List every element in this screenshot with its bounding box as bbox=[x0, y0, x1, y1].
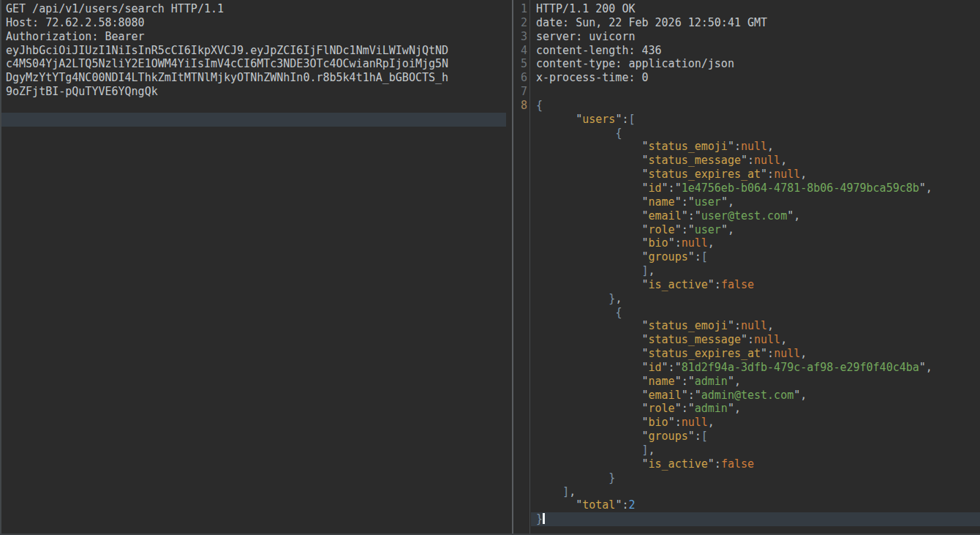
line-number bbox=[513, 471, 527, 485]
line-number bbox=[513, 154, 527, 168]
line-number: 3 bbox=[513, 30, 527, 44]
line-number: 4 bbox=[513, 44, 527, 58]
response-line: { bbox=[513, 127, 980, 141]
line-number bbox=[513, 278, 527, 292]
line-number: 6 bbox=[513, 71, 527, 85]
request-line: c4MS04YjA2LTQ5NzliY2E1OWM4YiIsImV4cCI6MT… bbox=[1, 57, 506, 71]
response-line: ], bbox=[513, 264, 980, 278]
line-number bbox=[513, 498, 527, 512]
line-number bbox=[513, 333, 527, 347]
response-viewer[interactable]: 1HTTP/1.1 200 OK2date: Sun, 22 Feb 2026 … bbox=[513, 2, 980, 526]
response-line: "role":"admin", bbox=[513, 402, 980, 416]
text-cursor bbox=[543, 513, 545, 524]
response-line: "status_message":null, bbox=[513, 154, 980, 168]
response-line: "status_emoji":null, bbox=[513, 140, 980, 154]
line-number bbox=[513, 209, 527, 223]
response-line: }, bbox=[513, 292, 980, 306]
line-number bbox=[513, 512, 527, 526]
response-line: ], bbox=[513, 485, 980, 499]
line-number bbox=[513, 416, 527, 430]
request-line: Host: 72.62.2.58:8080 bbox=[1, 16, 506, 30]
response-line: "id":"1e4756eb-b064-4781-8b06-4979bca59c… bbox=[513, 182, 980, 195]
line-number bbox=[513, 113, 527, 127]
response-line: 3server: uvicorn bbox=[513, 30, 980, 44]
line-number bbox=[513, 306, 527, 320]
line-number bbox=[513, 319, 527, 333]
response-line: 8{ bbox=[513, 99, 980, 113]
response-line: "id":"81d2f94a-3dfb-479c-af98-e29f0f40c4… bbox=[513, 361, 980, 375]
line-number: 8 bbox=[513, 99, 527, 113]
line-number bbox=[513, 140, 527, 154]
response-line: 2date: Sun, 22 Feb 2026 12:50:41 GMT bbox=[513, 16, 980, 30]
response-line: "bio":null, bbox=[513, 416, 980, 430]
response-line: "name":"user", bbox=[513, 195, 980, 209]
response-line: 5content-type: application/json bbox=[513, 57, 980, 71]
request-editor[interactable]: GET /api/v1/users/search HTTP/1.1Host: 7… bbox=[1, 2, 506, 127]
line-number bbox=[513, 168, 527, 182]
http-client-window: GET /api/v1/users/search HTTP/1.1Host: 7… bbox=[0, 0, 980, 535]
line-number bbox=[513, 444, 527, 457]
line-number bbox=[513, 236, 527, 250]
response-line: "status_expires_at":null, bbox=[513, 347, 980, 361]
response-line: "role":"user", bbox=[513, 223, 980, 237]
response-line: "name":"admin", bbox=[513, 375, 980, 389]
line-number: 7 bbox=[513, 85, 527, 99]
line-number bbox=[513, 195, 527, 209]
response-line: "users":[ bbox=[513, 113, 980, 127]
response-line: "email":"user@test.com", bbox=[513, 209, 980, 223]
line-number: 1 bbox=[513, 2, 527, 16]
request-line: DgyMzYtYTg4NC00NDI4LThkZmItMTNlMjkyOTNhZ… bbox=[1, 71, 506, 85]
line-number bbox=[513, 182, 527, 195]
line-number bbox=[513, 375, 527, 389]
line-number bbox=[513, 402, 527, 416]
response-line: { bbox=[513, 306, 980, 320]
response-line: "groups":[ bbox=[513, 430, 980, 444]
line-number bbox=[513, 361, 527, 375]
line-number bbox=[513, 292, 527, 306]
line-number bbox=[513, 457, 527, 471]
response-line: "is_active":false bbox=[513, 278, 980, 292]
line-number: 2 bbox=[513, 16, 527, 30]
request-line: Authorization: Bearer bbox=[1, 30, 506, 44]
line-number bbox=[513, 264, 527, 278]
line-number bbox=[513, 223, 527, 237]
response-line: "total":2 bbox=[513, 498, 980, 512]
response-line: } bbox=[513, 512, 980, 526]
request-line: GET /api/v1/users/search HTTP/1.1 bbox=[1, 2, 506, 16]
line-number bbox=[513, 389, 527, 403]
response-line: "email":"admin@test.com", bbox=[513, 389, 980, 403]
response-line: } bbox=[513, 471, 980, 485]
line-number bbox=[513, 430, 527, 444]
left-pane-border bbox=[0, 0, 1, 535]
response-line: "status_expires_at":null, bbox=[513, 168, 980, 182]
response-line: "groups":[ bbox=[513, 250, 980, 264]
response-line: "bio":null, bbox=[513, 236, 980, 250]
response-line: 4content-length: 436 bbox=[513, 44, 980, 58]
line-number bbox=[513, 250, 527, 264]
response-line: "status_emoji":null, bbox=[513, 319, 980, 333]
line-number bbox=[513, 485, 527, 499]
response-line: 6x-process-time: 0 bbox=[513, 71, 980, 85]
request-line bbox=[1, 113, 506, 127]
line-number: 5 bbox=[513, 57, 527, 71]
request-line: 9oZFjtBI-pQuTYVE6YQngQk bbox=[1, 85, 506, 99]
response-line: "is_active":false bbox=[513, 457, 980, 471]
response-line: 1HTTP/1.1 200 OK bbox=[513, 2, 980, 16]
response-line: "status_message":null, bbox=[513, 333, 980, 347]
request-line bbox=[1, 99, 506, 113]
response-line: 7 bbox=[513, 85, 980, 99]
line-number bbox=[513, 347, 527, 361]
line-number bbox=[513, 127, 527, 141]
response-line: ], bbox=[513, 444, 980, 457]
request-line: eyJhbGciOiJIUzI1NiIsInR5cCI6IkpXVCJ9.eyJ… bbox=[1, 44, 506, 58]
